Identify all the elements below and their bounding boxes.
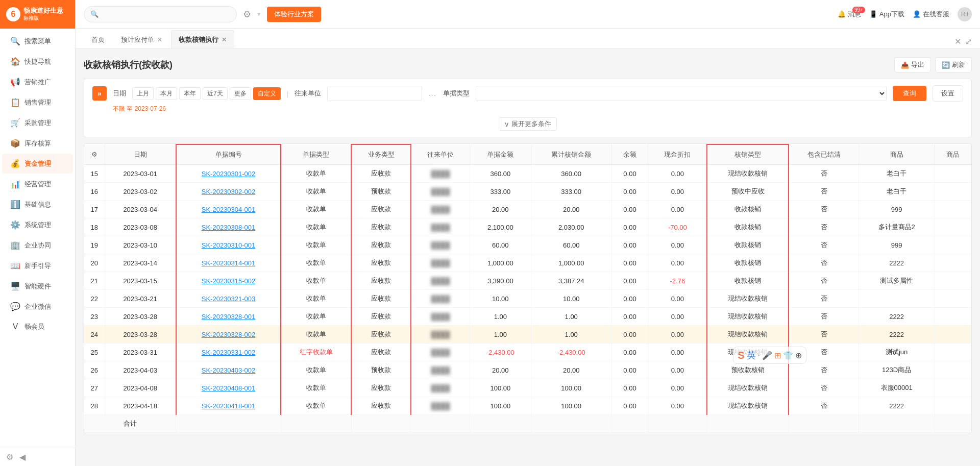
voucher-type-select[interactable] <box>476 86 887 101</box>
app-download-button[interactable]: 📱 App下载 <box>869 10 904 19</box>
td-voucher-no[interactable]: SK-20230304-001 <box>176 201 281 218</box>
company-input[interactable] <box>327 86 422 101</box>
topbar-search-bar[interactable]: 🔍 <box>84 6 237 22</box>
td-company: ████ <box>411 361 470 379</box>
table-body: 152023-03-01SK-20230301-002收款单应收款████360… <box>84 165 971 415</box>
sidebar-item-guide[interactable]: 📖 新手引导 <box>2 256 73 276</box>
table-row: 262023-04-03SK-20230403-002收款单预收款████20.… <box>84 361 971 379</box>
voucher-type-label: 单据类型 <box>443 89 470 98</box>
td-voucher-no[interactable]: SK-20230403-002 <box>176 361 281 379</box>
date-this-year-btn[interactable]: 本年 <box>179 87 201 100</box>
tab-receipt[interactable]: 收款核销执行 ✕ <box>171 30 234 48</box>
solution-button[interactable]: 体验行业方案 <box>267 7 321 22</box>
voucher-link[interactable]: SK-20230331-002 <box>202 349 256 356</box>
filter-dots: ... <box>428 90 437 97</box>
voucher-link[interactable]: SK-20230321-003 <box>202 295 256 303</box>
td-no: 20 <box>84 254 105 272</box>
td-product: 老白干 <box>859 183 934 201</box>
sidebar-item-purchase[interactable]: 🛒 采购管理 <box>2 113 73 133</box>
settings-gear-icon[interactable]: ⚙ <box>6 452 13 462</box>
voucher-link[interactable]: SK-20230310-001 <box>202 241 256 249</box>
export-button[interactable]: 📤 导出 <box>894 57 931 72</box>
date-more-btn[interactable]: 更多 <box>230 87 251 100</box>
td-voucher-no[interactable]: SK-20230418-001 <box>176 397 281 415</box>
topbar-gear-icon[interactable]: ⚙ <box>243 9 251 20</box>
th-settings[interactable]: ⚙ <box>84 144 105 165</box>
sidebar-item-sales[interactable]: 📋 销售管理 <box>2 92 73 112</box>
home-icon: 🏠 <box>10 57 20 66</box>
sidebar-item-capital[interactable]: 💰 资金管理 <box>2 154 73 174</box>
th-amount: 单据金额 <box>470 144 531 165</box>
td-write-off-type: 现结收款核销 <box>707 379 789 397</box>
tab-close-all-icon[interactable]: ✕ <box>954 37 961 46</box>
date-7days-btn[interactable]: 近7天 <box>203 87 228 100</box>
date-custom-btn[interactable]: 自定义 <box>253 87 281 100</box>
td-voucher-no[interactable]: SK-20230302-002 <box>176 183 281 201</box>
voucher-link[interactable]: SK-20230328-002 <box>202 331 256 338</box>
td-include-settled: 否 <box>789 254 859 272</box>
td-company: ████ <box>411 290 470 308</box>
topbar-right: 🔔 消息 99+ 📱 App下载 👤 在线客服 Rit <box>838 7 972 21</box>
td-voucher-no[interactable]: SK-20230328-001 <box>176 308 281 326</box>
voucher-link[interactable]: SK-20230308-001 <box>202 224 256 231</box>
filter-expand-button[interactable]: » <box>92 86 107 101</box>
voucher-link[interactable]: SK-20230403-002 <box>202 366 256 374</box>
sidebar-item-search[interactable]: 🔍 搜索菜单 <box>2 31 73 51</box>
tab-prepay-close-icon[interactable]: ✕ <box>157 36 162 43</box>
td-voucher-no[interactable]: SK-20230308-001 <box>176 218 281 236</box>
table-row: 242023-03-28SK-20230328-002收款单应收款████1.0… <box>84 326 971 344</box>
voucher-link[interactable]: SK-20230301-002 <box>202 170 256 178</box>
tab-prepay[interactable]: 预计应付单 ✕ <box>113 30 170 48</box>
td-product2 <box>935 290 971 308</box>
expand-more-btn[interactable]: ∨ 展开更多条件 <box>499 117 557 131</box>
user-avatar[interactable]: Rit <box>958 7 972 21</box>
td-write-off-type: 收款核销 <box>707 236 789 254</box>
sidebar-item-enterprise[interactable]: 🏢 企业协同 <box>2 235 73 255</box>
td-product2 <box>935 397 971 415</box>
sidebar-item-hardware[interactable]: 🖥️ 智能硬件 <box>2 276 73 296</box>
voucher-link[interactable]: SK-20230408-001 <box>202 384 256 392</box>
sidebar-item-system[interactable]: ⚙️ 系统管理 <box>2 215 73 235</box>
voucher-link[interactable]: SK-20230302-002 <box>202 188 256 195</box>
td-voucher-no[interactable]: SK-20230310-001 <box>176 236 281 254</box>
td-total-write-off: 20.00 <box>531 201 611 218</box>
td-write-off-type: 现结收款核销 <box>707 344 789 361</box>
sidebar-item-marketing[interactable]: 📢 营销推广 <box>2 72 73 92</box>
date-last-month-btn[interactable]: 上月 <box>132 87 154 100</box>
filter-separator: | <box>287 90 288 97</box>
td-voucher-no[interactable]: SK-20230314-001 <box>176 254 281 272</box>
td-voucher-no[interactable]: SK-20230321-003 <box>176 290 281 308</box>
sidebar-item-quicknav[interactable]: 🏠 快捷导航 <box>2 52 73 71</box>
voucher-link[interactable]: SK-20230328-001 <box>202 313 256 321</box>
date-this-month-btn[interactable]: 本月 <box>156 87 177 100</box>
td-voucher-no[interactable]: SK-20230408-001 <box>176 379 281 397</box>
sidebar-item-inventory[interactable]: 📦 库存核算 <box>2 133 73 153</box>
topbar-chevron-icon[interactable]: ▾ <box>257 10 261 18</box>
refresh-button[interactable]: 🔄 刷新 <box>935 57 972 72</box>
settings-button[interactable]: 设置 <box>933 85 963 102</box>
td-voucher-no[interactable]: SK-20230328-002 <box>176 326 281 344</box>
query-button[interactable]: 查询 <box>893 86 926 101</box>
sidebar-item-wechat[interactable]: 💬 企业微信 <box>2 297 73 316</box>
voucher-link[interactable]: SK-20230304-001 <box>202 206 256 213</box>
tab-receipt-close-icon[interactable]: ✕ <box>222 36 227 43</box>
td-no: 15 <box>84 165 105 183</box>
voucher-link[interactable]: SK-20230315-002 <box>202 277 256 285</box>
message-button[interactable]: 🔔 消息 99+ <box>838 10 861 19</box>
td-voucher-no[interactable]: SK-20230301-002 <box>176 165 281 183</box>
td-product: 2222 <box>859 326 934 344</box>
date-range-text: 不限 至 2023-07-26 <box>113 105 166 112</box>
tab-maximize-icon[interactable]: ⤢ <box>965 37 972 46</box>
sidebar-item-basicinfo[interactable]: ℹ️ 基础信息 <box>2 194 73 214</box>
sidebar-item-member[interactable]: V 畅会员 <box>2 317 73 336</box>
sidebar-item-operations[interactable]: 📊 经营管理 <box>2 174 73 194</box>
td-total-write-off: 360.00 <box>531 165 611 183</box>
voucher-link[interactable]: SK-20230314-001 <box>202 259 256 267</box>
tab-home[interactable]: 首页 <box>84 30 112 48</box>
collapse-icon[interactable]: ◀ <box>19 452 26 462</box>
online-service-button[interactable]: 👤 在线客服 <box>913 10 949 19</box>
td-include-settled: 否 <box>789 344 859 361</box>
voucher-link[interactable]: SK-20230418-001 <box>202 402 256 410</box>
td-voucher-no[interactable]: SK-20230315-002 <box>176 272 281 290</box>
td-voucher-no[interactable]: SK-20230331-002 <box>176 344 281 361</box>
